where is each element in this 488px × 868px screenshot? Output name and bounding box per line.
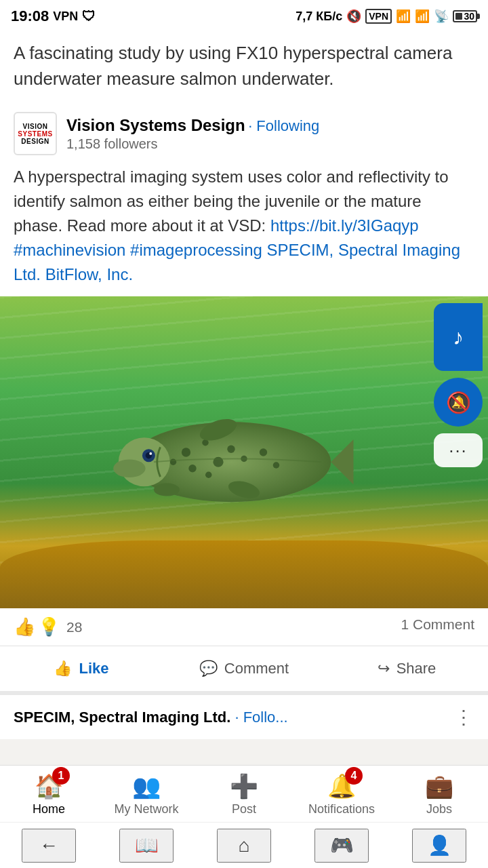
reaction-icons: 👍 💡 28 bbox=[14, 616, 82, 637]
battery-fill bbox=[455, 13, 462, 20]
post-nav-label: Post bbox=[232, 802, 256, 816]
main-content: A fascinating study by using FX10 hypers… bbox=[0, 33, 488, 739]
nav-item-post[interactable]: ➕ Post bbox=[210, 772, 278, 816]
logo-line3: DESIGN bbox=[21, 138, 49, 145]
status-left: 19:08 VPN 🛡 bbox=[11, 7, 96, 25]
svg-point-17 bbox=[149, 452, 152, 455]
post-actions: 👍 Like 💬 Comment ↪ Share bbox=[0, 646, 488, 695]
svg-point-6 bbox=[188, 465, 196, 472]
svg-point-4 bbox=[227, 446, 235, 453]
logo-line1: VISION bbox=[23, 123, 48, 130]
my-network-nav-label: My Network bbox=[114, 802, 178, 816]
comment-icon: 💬 bbox=[199, 660, 218, 677]
network-speed: 7,7 КБ/с bbox=[296, 9, 342, 24]
post-header: VISION SYSTEMS DESIGN Vision Systems Des… bbox=[0, 102, 488, 165]
profile-button[interactable]: 👤 bbox=[412, 829, 466, 863]
bell-slash-icon: 🔕 bbox=[446, 391, 471, 414]
vpn-badge: VPN bbox=[365, 9, 392, 24]
vpn-label: VPN bbox=[53, 9, 78, 24]
jobs-nav-label: Jobs bbox=[426, 802, 452, 816]
like-icon: 👍 bbox=[54, 660, 72, 677]
svg-point-10 bbox=[170, 459, 177, 466]
logo-line2: SYSTEMS bbox=[18, 130, 52, 138]
next-post-menu-icon[interactable]: ⋮ bbox=[454, 706, 474, 728]
wifi-icon: 📡 bbox=[434, 9, 449, 24]
company-logo: VISION SYSTEMS DESIGN bbox=[14, 112, 57, 155]
status-bar: 19:08 VPN 🛡 7,7 КБ/с 🔇 VPN 📶 📶 📡 30 bbox=[0, 0, 488, 33]
post-nav-icon: ➕ bbox=[230, 772, 258, 800]
nav-item-notifications[interactable]: 🔔 4 Notifications bbox=[308, 772, 375, 816]
gamepad-button[interactable]: 🎮 bbox=[314, 829, 369, 863]
battery-level: 30 bbox=[464, 11, 474, 22]
company-name[interactable]: Vision Systems Design bbox=[66, 116, 245, 134]
more-options-button[interactable]: ··· bbox=[434, 433, 483, 467]
nav-item-my-network[interactable]: 👥 My Network bbox=[113, 772, 180, 816]
home-system-button[interactable]: ⌂ bbox=[217, 829, 271, 863]
post-link[interactable]: https://bit.ly/3IGaqyp bbox=[270, 216, 419, 235]
post-card: VISION SYSTEMS DESIGN Vision Systems Des… bbox=[0, 102, 488, 739]
underwater-sand bbox=[0, 540, 488, 608]
top-text: A fascinating study by using FX10 hypers… bbox=[0, 33, 488, 102]
share-icon: ↪ bbox=[378, 660, 390, 677]
svg-point-9 bbox=[273, 462, 280, 469]
svg-point-20 bbox=[154, 484, 180, 496]
notifications-nav-icon: 🔔 4 bbox=[327, 772, 356, 800]
home-nav-label: Home bbox=[33, 802, 65, 816]
home-badge: 1 bbox=[52, 767, 70, 785]
post-header-info: Vision Systems Design · Following 1,158 … bbox=[66, 116, 474, 152]
bottom-nav: 🏠 1 Home 👥 My Network ➕ Post 🔔 4 Notific… bbox=[0, 765, 488, 822]
music-icon: ♪ bbox=[453, 325, 464, 350]
post-body: A hyperspectral imaging system uses colo… bbox=[0, 165, 488, 296]
shield-icon: 🛡 bbox=[82, 9, 96, 24]
bell-button[interactable]: 🔕 bbox=[434, 378, 483, 427]
reaction-count: 28 bbox=[66, 619, 82, 635]
bookmarks-button[interactable]: 📖 bbox=[119, 829, 174, 863]
floating-buttons: ♪ 🔕 ··· bbox=[428, 296, 488, 474]
muted-icon: 🔇 bbox=[346, 9, 361, 24]
back-button[interactable]: ← bbox=[22, 829, 76, 863]
lightbulb-icon: 💡 bbox=[38, 616, 60, 637]
fish-illustration bbox=[102, 395, 360, 524]
post-reactions: 👍 💡 28 1 Comment bbox=[0, 608, 488, 646]
next-post-follow[interactable]: · Follo... bbox=[235, 709, 287, 726]
status-time: 19:08 bbox=[11, 7, 49, 25]
comment-label: Comment bbox=[224, 660, 289, 677]
next-post-info: SPECIM, Spectral Imaging Ltd. · Follo... bbox=[14, 709, 288, 726]
like-label: Like bbox=[79, 660, 108, 677]
followers-count: 1,158 followers bbox=[66, 136, 474, 152]
ellipsis-icon: ··· bbox=[449, 440, 468, 461]
my-network-nav-icon: 👥 bbox=[132, 772, 161, 800]
notifications-nav-label: Notifications bbox=[308, 802, 375, 816]
company-name-row: Vision Systems Design · Following bbox=[66, 116, 474, 135]
svg-point-2 bbox=[182, 448, 190, 457]
battery-icon: 30 bbox=[453, 10, 477, 22]
like-button[interactable]: 👍 Like bbox=[0, 649, 163, 688]
jobs-nav-icon: 💼 bbox=[425, 772, 453, 800]
share-label: Share bbox=[396, 660, 436, 677]
notifications-badge: 4 bbox=[345, 767, 363, 785]
status-right: 7,7 КБ/с 🔇 VPN 📶 📶 📡 30 bbox=[296, 9, 477, 24]
nav-item-home[interactable]: 🏠 1 Home bbox=[15, 772, 83, 816]
post-image-bg: ♪ 🔕 ··· bbox=[0, 296, 488, 608]
svg-point-8 bbox=[260, 449, 267, 456]
signal-icon-1: 📶 bbox=[396, 9, 411, 24]
next-post-company[interactable]: SPECIM, Spectral Imaging Ltd. bbox=[14, 709, 230, 726]
following-text[interactable]: · Following bbox=[248, 117, 319, 134]
share-button[interactable]: ↪ Share bbox=[325, 649, 488, 688]
post-image: ♪ 🔕 ··· bbox=[0, 296, 488, 608]
nav-item-jobs[interactable]: 💼 Jobs bbox=[405, 772, 473, 816]
comment-button[interactable]: 💬 Comment bbox=[163, 649, 325, 688]
svg-point-14 bbox=[113, 460, 146, 478]
post-hashtags[interactable]: #machinevision #imageprocessing SPECIM, … bbox=[14, 241, 460, 283]
svg-point-11 bbox=[205, 472, 212, 479]
home-nav-icon: 🏠 1 bbox=[35, 772, 63, 800]
next-post-header: SPECIM, Spectral Imaging Ltd. · Follo...… bbox=[0, 695, 488, 739]
music-button[interactable]: ♪ bbox=[434, 303, 483, 371]
thumbs-up-icon: 👍 bbox=[14, 616, 35, 637]
svg-marker-12 bbox=[331, 439, 353, 485]
system-nav: ← 📖 ⌂ 🎮 👤 bbox=[0, 822, 488, 868]
signal-icon-2: 📶 bbox=[415, 9, 430, 24]
comment-count[interactable]: 1 Comment bbox=[401, 616, 474, 637]
